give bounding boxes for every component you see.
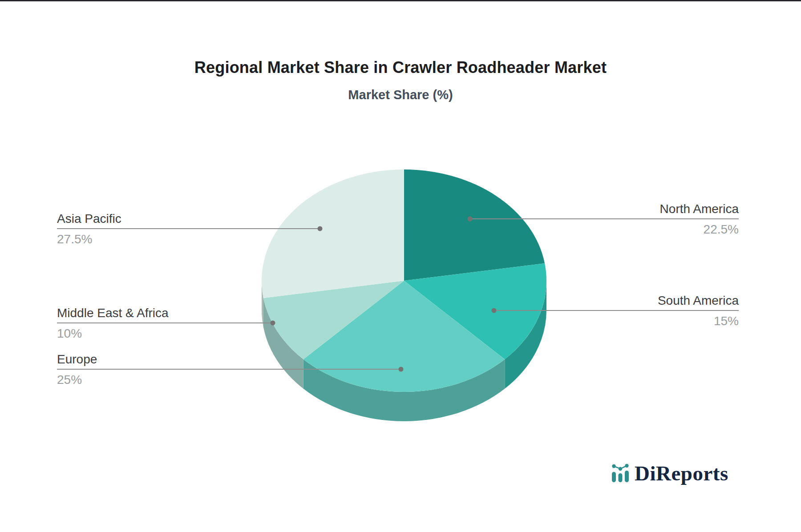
slice-label-north-america: North America xyxy=(660,202,739,216)
leader-line-middle-east-africa xyxy=(57,321,275,326)
slice-value-asia-pacific: 27.5% xyxy=(57,232,92,246)
pie-slice-asia-pacific[interactable] xyxy=(262,169,404,298)
leader-dot xyxy=(468,217,473,222)
slice-label-europe: Europe xyxy=(57,352,97,367)
leader-dot xyxy=(271,321,275,326)
slice-label-south-america: South America xyxy=(658,294,739,308)
leader-dot xyxy=(492,308,497,313)
slice-value-north-america: 22.5% xyxy=(704,222,739,237)
pie-chart-canvas xyxy=(0,1,801,532)
slice-value-middle-east-africa: 10% xyxy=(57,326,82,341)
chart-page: Regional Market Share in Crawler Roadhea… xyxy=(0,0,801,532)
logo-text: DiReports xyxy=(635,461,728,485)
leader-dot xyxy=(399,367,404,372)
leader-dot xyxy=(318,226,323,231)
slice-value-south-america: 15% xyxy=(714,314,739,328)
slice-value-europe: 25% xyxy=(57,373,82,387)
pie-slice-north-america[interactable] xyxy=(404,169,545,281)
logo-bar-line-chart-icon xyxy=(611,463,631,484)
slice-label-asia-pacific: Asia Pacific xyxy=(57,212,121,226)
direports-logo: DiReports xyxy=(611,461,728,485)
slice-label-middle-east-africa: Middle East & Africa xyxy=(57,306,169,320)
